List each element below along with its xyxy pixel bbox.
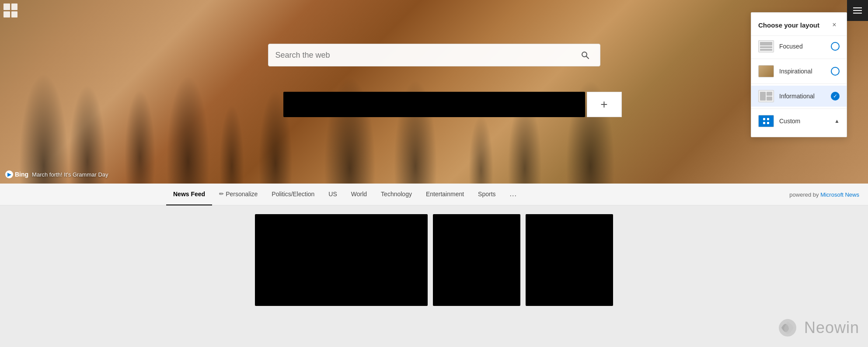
nav-bar: News Feed ✏ Personalize Politics/Electio… <box>0 184 868 205</box>
bing-logo: ▶ Bing <box>5 170 28 178</box>
svg-line-1 <box>586 56 589 59</box>
search-container <box>268 44 600 66</box>
nav-personalize[interactable]: ✏ Personalize <box>212 184 265 205</box>
custom-label: Custom <box>779 118 800 125</box>
inspirational-thumb <box>758 65 774 77</box>
content-card-medium-1[interactable] <box>433 214 520 306</box>
nav-news-feed[interactable]: News Feed <box>166 184 212 205</box>
hero-section: + ▶ Bing March forth! It's Grammar Day <box>0 0 868 184</box>
add-button[interactable]: + <box>587 92 622 117</box>
inspirational-label: Inspirational <box>779 68 812 75</box>
redacted-content-bar <box>283 92 585 117</box>
inspirational-check <box>831 67 840 76</box>
search-input[interactable] <box>275 51 573 60</box>
focused-check <box>831 42 840 51</box>
informational-check: ✓ <box>831 92 840 101</box>
neowin-text: Neowin <box>804 319 859 337</box>
nav-entertainment[interactable]: Entertainment <box>419 184 471 205</box>
nav-technology[interactable]: Technology <box>374 184 419 205</box>
content-card-large[interactable] <box>255 214 428 306</box>
nav-world[interactable]: World <box>344 184 374 205</box>
powered-by: powered by Microsoft News <box>789 191 859 198</box>
layout-option-custom[interactable]: Custom ▲ <box>751 111 847 132</box>
layout-option-informational[interactable]: Informational ✓ <box>751 86 847 107</box>
bing-label: Bing <box>15 171 28 178</box>
informational-label: Informational <box>779 93 815 100</box>
windows-start-icon[interactable] <box>3 3 17 17</box>
layout-close-button[interactable]: × <box>829 20 840 30</box>
layout-panel-title: Choose your layout <box>758 21 819 29</box>
svg-rect-3 <box>767 118 769 120</box>
bing-icon: ▶ <box>5 170 13 178</box>
content-area: Neowin <box>0 205 868 347</box>
layout-panel: Choose your layout × Focused Inspiration… <box>751 12 847 137</box>
svg-rect-2 <box>763 118 765 120</box>
neowin-logo: Neowin <box>775 316 859 340</box>
custom-expand-icon: ▲ <box>834 118 840 124</box>
custom-thumb <box>758 115 774 127</box>
content-card-medium-2[interactable] <box>526 214 613 306</box>
layout-panel-header: Choose your layout × <box>751 20 847 36</box>
nav-more[interactable]: ... <box>503 184 524 205</box>
layout-option-focused[interactable]: Focused <box>751 36 847 57</box>
focused-label: Focused <box>779 43 803 50</box>
nav-politics[interactable]: Politics/Election <box>265 184 321 205</box>
informational-thumb <box>758 90 774 102</box>
svg-rect-4 <box>763 122 765 124</box>
layout-option-inspirational[interactable]: Inspirational <box>751 61 847 82</box>
focused-thumb <box>758 40 774 52</box>
nav-sports[interactable]: Sports <box>471 184 502 205</box>
pencil-icon: ✏ <box>219 191 224 197</box>
search-button[interactable] <box>577 47 593 63</box>
nav-us[interactable]: US <box>321 184 344 205</box>
search-bar <box>268 44 600 66</box>
menu-button[interactable] <box>847 0 868 21</box>
hero-caption-text: March forth! It's Grammar Day <box>32 171 108 178</box>
neowin-icon <box>775 316 800 340</box>
svg-rect-5 <box>767 122 769 124</box>
bing-attribution: ▶ Bing March forth! It's Grammar Day <box>5 170 108 178</box>
